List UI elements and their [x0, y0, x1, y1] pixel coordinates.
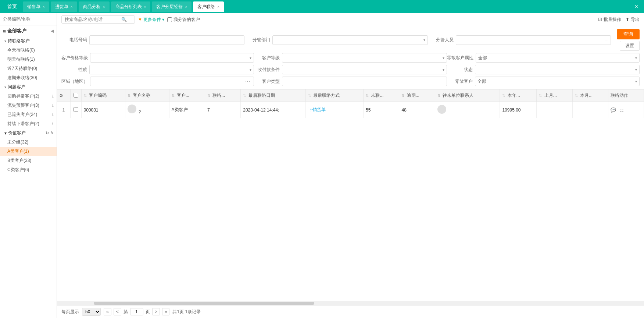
sidebar-item-continuous-down[interactable]: 持续下滑客户(2) ℹ [0, 119, 57, 128]
refresh-icon[interactable]: ↻ [46, 131, 49, 135]
sidebar-item-class-a[interactable]: A类客户(1) [0, 147, 57, 156]
payment-select[interactable]: ▾ [282, 65, 447, 74]
search-wrapper[interactable]: 🔍 [61, 15, 135, 24]
chat-icon[interactable]: 💬 [611, 107, 616, 113]
cell-last-contact-method[interactable]: 下销货单 [305, 102, 364, 118]
sidebar-item-unclassified[interactable]: 未分组(32) [0, 138, 57, 147]
th-last-month[interactable]: ⇅ 上月... [537, 89, 572, 102]
tab-product-analysis-close[interactable]: × [103, 5, 105, 9]
page-input[interactable] [130, 308, 143, 315]
per-page-select[interactable]: 50 100 200 [82, 308, 101, 316]
grid-icon: ⊞ [3, 29, 6, 33]
sidebar-search-input[interactable] [3, 17, 57, 22]
tab-product-analysis-list[interactable]: 商品分析列表 × [111, 1, 151, 12]
phone-input[interactable] [89, 35, 244, 45]
region-select[interactable]: ··· [90, 77, 254, 86]
sidebar-item-class-c[interactable]: C类客户(6) [0, 165, 57, 174]
export-button[interactable]: ⬆ 导出 [626, 17, 640, 23]
tab-sales-order[interactable]: 销售单 × [23, 1, 49, 12]
window-close-button[interactable]: × [632, 3, 641, 10]
tab-customer-segmentation-label: 客户分层经营 [156, 4, 183, 10]
status-select[interactable]: ▾ [475, 65, 640, 74]
tab-purchase-order[interactable]: 进货单 × [51, 1, 77, 12]
sidebar-item-tomorrow-pending[interactable]: 明天待联络(1) [0, 55, 57, 64]
row-checkbox[interactable] [74, 107, 78, 112]
my-customers-checkbox[interactable] [167, 17, 172, 22]
customer-type-select[interactable] [282, 77, 447, 86]
region-more-btn[interactable]: ··· [244, 78, 251, 85]
retail-customer-select[interactable]: 全部 ▾ [475, 77, 640, 86]
filter-row-3: 性质 ▾ 收付款条件 ▾ 状态 [61, 65, 640, 74]
row-checkbox-cell[interactable] [70, 102, 81, 118]
th-current-month[interactable]: ⇅ 本月... [572, 89, 608, 102]
col-last-contact-method-label: 最后联络方式 [313, 93, 340, 98]
tab-customer-segmentation-close[interactable]: × [185, 5, 187, 9]
edit-icon[interactable]: ✎ [50, 131, 54, 135]
prev-page-btn[interactable]: < [114, 308, 121, 315]
th-uncontacted-days[interactable]: ⇅ 未联... [364, 89, 399, 102]
th-checkbox[interactable] [70, 89, 81, 102]
sidebar-item-already-lost[interactable]: 已流失客户(24) ℹ [0, 110, 57, 119]
all-customers-header[interactable]: ⊞ 全部客户 ◀ [0, 25, 57, 36]
horizontal-scrollbar[interactable] [57, 301, 644, 305]
sidebar-item-loss-risk[interactable]: 流失预警客户(3) ℹ [0, 101, 57, 110]
th-contact-count[interactable]: ⇅ 联络... [205, 89, 240, 102]
batch-op-button[interactable]: ☑ 批量操作 [598, 17, 621, 23]
tab-product-analysis[interactable]: 商品分析 × [79, 1, 110, 12]
query-button[interactable]: 查询 [617, 29, 640, 39]
scrollbar-thumb[interactable] [94, 302, 314, 305]
tab-customer-contact-close[interactable]: × [217, 5, 219, 9]
th-last-contact-method[interactable]: ⇅ 最后联络方式 [305, 89, 364, 102]
settings-icon[interactable]: ⚙ [59, 93, 63, 98]
last-page-btn[interactable]: » [162, 308, 170, 315]
nature-select[interactable]: ▾ [89, 65, 254, 74]
loss-risk-label: 流失预警客户(3) [7, 102, 39, 109]
th-customer-type[interactable]: ⇅ 客户... [169, 89, 205, 102]
tab-customer-contact[interactable]: 客户联络 × [193, 1, 224, 12]
th-customer-name[interactable]: ⇅ 客户名称 [125, 89, 169, 102]
person-select[interactable]: ··· [456, 35, 611, 45]
th-settings[interactable]: ⚙ [57, 89, 70, 102]
customer-avatar [128, 105, 136, 113]
collapse-icon[interactable]: ◀ [51, 29, 54, 33]
th-last-contact-date[interactable]: ⇅ 最后联络日期 [241, 89, 305, 102]
sidebar-item-today-pending[interactable]: 今天待联络(0) [0, 46, 57, 55]
th-contact-person[interactable]: ⇅ 往来单位联系人 [435, 89, 500, 102]
pending-arrow-icon: ▾ [4, 39, 6, 43]
sort-icon-contact: ⇅ [207, 93, 210, 98]
sidebar-item-class-b[interactable]: B类客户(33) [0, 156, 57, 165]
dept-select[interactable]: ▾ [272, 35, 427, 45]
sidebar-item-repeat-buy-abnormal[interactable]: 回购异常客户(2) ℹ [0, 92, 57, 101]
select-all-checkbox[interactable] [74, 93, 78, 98]
sidebar-search-box[interactable]: 🔍 [0, 13, 57, 25]
value-customers-group[interactable]: ▾ 价值客户 ↻ ✎ [0, 128, 57, 138]
next-page-btn[interactable]: > [152, 308, 160, 315]
tab-purchase-order-close[interactable]: × [71, 5, 73, 9]
retail-attr-select[interactable]: 全部 ▾ [476, 53, 640, 63]
th-customer-code[interactable]: ⇅ 客户编码 [81, 89, 125, 102]
search-input[interactable] [65, 17, 120, 22]
price-grade-select[interactable]: ▾ [90, 53, 254, 63]
search-icon[interactable]: 🔍 [121, 17, 127, 22]
repeat-buy-abnormal-label: 回购异常客户(2) [7, 93, 39, 99]
th-overdue-days[interactable]: ⇅ 逾期... [399, 89, 435, 102]
customer-grade-select[interactable]: ▾ [282, 53, 447, 63]
contact-method-link[interactable]: 下销货单 [308, 107, 326, 112]
sidebar-item-near-seven-days[interactable]: 近7天待联络(0) [0, 64, 57, 73]
first-page-btn[interactable]: « [104, 308, 111, 315]
home-tab[interactable]: 首页 [3, 3, 21, 10]
more-conditions-btn[interactable]: ▼ 更多条件 ▾ [138, 17, 164, 23]
th-current-year[interactable]: ⇅ 本年... [500, 89, 537, 102]
page-label: 第 [124, 309, 128, 315]
tab-sales-order-close[interactable]: × [43, 5, 45, 9]
tab-product-analysis-list-close[interactable]: × [144, 5, 146, 9]
sidebar-item-overdue[interactable]: 逾期未联络(30) [0, 73, 57, 82]
qr-icon[interactable]: ⚏ [620, 107, 624, 113]
problem-customers-group[interactable]: ▾ 问题客户 [0, 82, 57, 92]
table-row: 1 000031 ？ A类客户 7 2023-04-12 14:44: [57, 102, 644, 118]
tab-customer-segmentation[interactable]: 客户分层经营 × [152, 1, 192, 12]
pending-contact-group[interactable]: ▾ 待联络客户 [0, 36, 57, 46]
settings-button[interactable]: 设置 [620, 41, 640, 51]
filter-cell-customer-grade: 客户等级 ▾ [254, 53, 447, 63]
my-customers-checkbox-wrapper[interactable]: 我分管的客户 [167, 17, 200, 23]
